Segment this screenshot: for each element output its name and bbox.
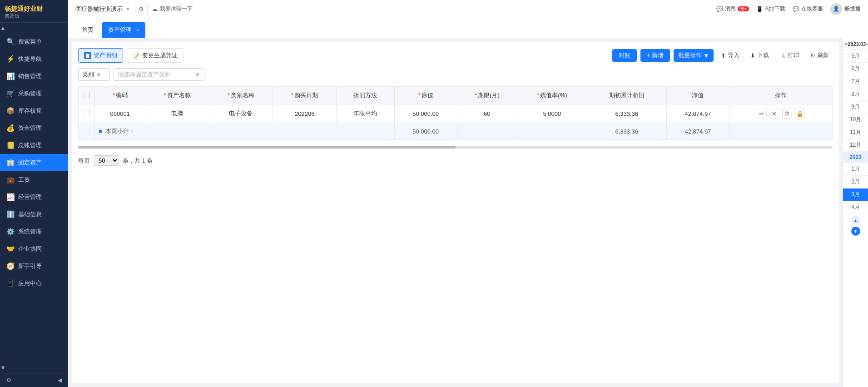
user-profile-button[interactable]: 👤 畅捷通 [830,3,861,15]
cal-month-12[interactable]: 12月 [843,139,868,152]
sidebar-item-app-center[interactable]: 📱 应用中心 [0,275,68,292]
collapse-button[interactable]: ◀ [58,377,62,383]
message-label: 消息 [725,5,736,13]
cal-month-9[interactable]: 9月 [843,101,868,114]
message-button[interactable]: 💬 消息 99+ [716,5,749,13]
cal-month-8[interactable]: 8月 [843,88,868,101]
delete-button[interactable]: ✕ [769,109,779,119]
cal-month-jan[interactable]: 1月 [843,163,868,176]
category-filter[interactable]: 类别 ▼ [78,68,110,81]
table-header-row: *编码 *资产名称 *类别名称 *购买日期 折旧方法 *原值 *期限(月) *残… [79,87,833,104]
import-label: 导入 [728,51,739,60]
cell-purchase-date: 202206 [273,104,337,123]
copy-button[interactable]: ⧉ [782,109,792,119]
sidebar-nav: 🔍 搜索菜单 ⚡ 快捷导航 📊 销售管理 🛒 采购管理 📦 库存核算 💰 资金管… [0,33,68,362]
cal-month-11[interactable]: 11月 [843,126,868,139]
app-download-label: App下载 [765,5,785,13]
basic-info-icon: ℹ️ [6,210,15,218]
sidebar-item-label: 企业协同 [18,245,42,253]
right-panel-year: 2023.03 [848,41,866,47]
sidebar-item-search[interactable]: 🔍 搜索菜单 [0,33,68,50]
cell-initial-accumulated: 6,333.36 [587,104,666,123]
cal-month-mar[interactable]: 3月 [843,189,868,201]
calendar-months: 5月 6月 7月 8月 9月 10月 11月 12月 2023 1月 2月 3月… [843,50,868,214]
subtab-change-voucher[interactable]: 📝 变更生成凭证 [127,48,184,63]
category-input[interactable]: 请选择固定资产类别 ▼ [114,68,204,81]
logo-sub: 普及版 [5,13,64,20]
company-selector[interactable]: 医疗器械行业演示 ▼ [75,5,130,13]
tab-home[interactable]: 首页 [75,22,100,38]
sidebar-item-fund[interactable]: 💰 资金管理 [0,119,68,137]
hscroll-thumb[interactable] [78,146,456,149]
edit-button[interactable]: ✏ [757,109,767,119]
cell-depreciation-method: 年限平均 [337,104,394,123]
col-depreciation-method: 折旧方法 [337,87,394,104]
online-service-button[interactable]: 💬 在线客服 [793,5,823,13]
expand-panel-button[interactable]: ⤢ [866,41,868,47]
cal-month-10[interactable]: 10月 [843,114,868,126]
content-area: 📋 资产明细 📝 变更生成凭证 对账 + 新增 批量操作 ▼ ⬆ [68,38,868,387]
sidebar-item-label: 工资 [18,176,30,184]
import-button[interactable]: ⬆ 导入 [717,49,743,62]
sidebar-item-label: 固定资产 [18,159,42,167]
sidebar-scroll-down[interactable]: ▼ [0,362,5,373]
batch-ops-label: 批量操作 [678,51,702,60]
reconcile-button[interactable]: 对账 [612,49,637,62]
sidebar-item-operations[interactable]: 📈 经营管理 [0,189,68,206]
new-button[interactable]: + 新增 [640,49,670,62]
sidebar-item-sales[interactable]: 📊 销售管理 [0,68,68,85]
download-button[interactable]: ⬇ 下载 [747,49,773,62]
experience-label: 我要体验一下 [160,5,193,13]
cell-net-value: 42,874.97 [666,104,729,123]
content-main: 📋 资产明细 📝 变更生成凭证 对账 + 新增 批量操作 ▼ ⬆ [72,42,839,383]
col-residual-rate: *残值率(%) [517,87,587,104]
refresh-button[interactable]: ↻ 刷新 [807,49,833,62]
sidebar-item-ledger[interactable]: 📒 总账管理 [0,137,68,154]
tab-asset-mgmt[interactable]: 资产管理 × [102,22,145,38]
lock-button[interactable]: 🔒 [795,109,805,119]
sidebar-item-payroll[interactable]: 💼 工资 [0,171,68,189]
cal-year-2023[interactable]: 2023 [843,152,868,163]
settings-button[interactable]: ⚙ [6,377,11,383]
cal-month-5[interactable]: 5月 [843,50,868,63]
experience-button[interactable]: ☁ 我要体验一下 [152,5,193,13]
col-code: *编码 [95,87,145,104]
sidebar-item-label: 应用中心 [18,279,42,288]
sidebar-item-label: 基础信息 [18,210,42,218]
sidebar-item-label: 采购管理 [18,89,42,98]
panel-up-button[interactable]: ▲ [851,216,860,225]
sidebar-item-purchase[interactable]: 🛒 采购管理 [0,85,68,102]
topbar-right: 💬 消息 99+ 📱 App下载 💬 在线客服 👤 畅捷通 [716,3,861,15]
subtab-asset-detail[interactable]: 📋 资产明细 [78,48,123,63]
select-all-checkbox[interactable] [84,92,90,98]
cal-month-feb[interactable]: 2月 [843,176,868,189]
col-name: *资产名称 [145,87,209,104]
cal-month-apr[interactable]: 4月 [843,201,868,214]
sidebar-item-inventory[interactable]: 📦 库存核算 [0,102,68,119]
batch-operations-button[interactable]: 批量操作 ▼ [674,49,714,62]
row-checkbox[interactable] [84,110,90,116]
sidebar-item-sys-mgmt[interactable]: ⚙️ 系统管理 [0,223,68,240]
sidebar-scroll-up[interactable]: ▲ [0,23,5,33]
company-dropdown-arrow: ▼ [125,6,130,12]
hscroll-track[interactable] [78,146,833,149]
app-download-button[interactable]: 📱 App下载 [756,5,785,13]
sidebar-item-fixed-assets[interactable]: 🏢 固定资产 [0,154,68,171]
sidebar-item-guide[interactable]: 🧭 新手引导 [0,258,68,275]
cal-month-6[interactable]: 6月 [843,63,868,75]
panel-down-button[interactable]: ▼ [851,227,860,236]
username: 畅捷通 [844,5,861,13]
sidebar-item-basic-info[interactable]: ℹ️ 基础信息 [0,206,68,223]
subtotal-empty1 [79,123,95,140]
col-net-value: 净值 [666,87,729,104]
refresh-label: 刷新 [817,51,829,60]
subtotal-row: ■ 本页小计： 50,000.00 6,333.36 42,874.97 [79,123,833,140]
per-page-select[interactable]: 50 100 200 [94,155,119,166]
sidebar-item-quick-nav[interactable]: ⚡ 快捷导航 [0,50,68,68]
cal-month-7[interactable]: 7月 [843,75,868,88]
print-button[interactable]: 🖨 打印 [776,49,803,62]
tab-close-icon[interactable]: × [136,27,139,33]
company-settings-button[interactable]: ⚙ [135,3,148,15]
sidebar-item-enterprise[interactable]: 🤝 企业协同 [0,240,68,258]
hscroll-area [78,144,833,151]
